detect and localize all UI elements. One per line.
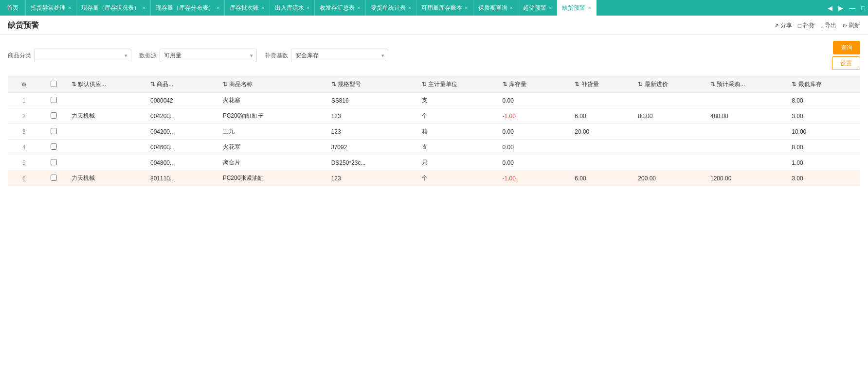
column-purchase-sort: ⇅	[710, 81, 715, 88]
refresh-button[interactable]: ↻ 刷新	[842, 21, 860, 30]
tab-t9[interactable]: 保质期查询 ×	[473, 0, 518, 16]
row-latest-price	[634, 124, 706, 140]
share-button[interactable]: ↗ 分享	[774, 21, 792, 30]
row-unit: 箱	[418, 124, 499, 140]
column-min-stock[interactable]: ⇅ 最低库存	[788, 76, 860, 93]
tab-t1[interactable]: 拣货异常处理 ×	[26, 0, 76, 16]
row-est-purchase	[706, 155, 788, 171]
column-unit-sort: ⇅	[422, 81, 427, 88]
tab-t10-close[interactable]: ×	[549, 5, 552, 11]
row-num: 2	[8, 108, 40, 124]
filter-bar: 商品分类 数据源 可用量 库存量 补货基数 安全库存 最低库存	[0, 35, 868, 76]
row-stock: 0.00	[499, 124, 571, 140]
share-label: 分享	[780, 21, 792, 30]
row-supplier	[68, 155, 146, 171]
tab-t6[interactable]: 收发存汇总表 ×	[315, 0, 365, 16]
tab-minimize-btn[interactable]: —	[846, 0, 858, 16]
tab-t9-close[interactable]: ×	[510, 5, 513, 11]
tab-home[interactable]: 首页	[0, 0, 26, 16]
column-spec-sort: ⇅	[331, 81, 336, 88]
row-supplier	[68, 93, 146, 108]
row-min-stock: 10.00	[788, 124, 860, 140]
tab-t10[interactable]: 超储预警 ×	[518, 0, 557, 16]
tab-t7-close[interactable]: ×	[408, 5, 411, 11]
column-supplier-sort: ⇅	[72, 81, 76, 88]
table-header-row: ⚙ ⇅ 默认供应... ⇅ 商品... ⇅ 商品名称	[8, 76, 860, 93]
tab-t4[interactable]: 库存批次账 ×	[225, 0, 270, 16]
table-row: 3 004200... 三九 123 箱 0.00 20.00 10.00	[8, 124, 860, 140]
column-spec[interactable]: ⇅ 规格型号	[327, 76, 418, 93]
tab-t3-close[interactable]: ×	[217, 5, 219, 11]
row-checkbox[interactable]	[51, 112, 57, 119]
tab-t11[interactable]: 缺货预警 ×	[557, 0, 596, 16]
tab-t6-close[interactable]: ×	[357, 5, 360, 11]
row-checkbox[interactable]	[51, 159, 57, 165]
row-min-stock: 3.00	[788, 108, 860, 124]
supplement-base-select[interactable]: 安全库存 最低库存	[291, 49, 388, 62]
tab-t2-close[interactable]: ×	[142, 5, 145, 11]
row-product-code: 004200...	[146, 124, 219, 140]
table-row: 6 力天机械 801110... PC200张紧油缸 123 个 -1.00 6…	[8, 171, 860, 186]
row-product-name: 火花塞	[219, 93, 327, 108]
column-min-sort: ⇅	[792, 81, 796, 88]
tab-t1-close[interactable]: ×	[68, 5, 71, 11]
row-unit: 支	[418, 140, 499, 155]
column-latest-price[interactable]: ⇅ 最新进价	[634, 76, 706, 93]
column-stock-sort: ⇅	[503, 81, 507, 88]
column-settings[interactable]: ⚙	[8, 76, 40, 93]
row-stock: -1.00	[499, 171, 571, 186]
tab-maximize-btn[interactable]: □	[858, 0, 868, 16]
tab-t8[interactable]: 可用量库存账本 ×	[416, 0, 473, 16]
row-stock: -1.00	[499, 108, 571, 124]
row-min-stock: 1.00	[788, 155, 860, 171]
row-product-code: 801110...	[146, 171, 219, 186]
column-supplement[interactable]: ⇅ 补货量	[571, 76, 634, 93]
tab-t7[interactable]: 要货单统计表 ×	[366, 0, 416, 16]
row-spec: J7092	[327, 140, 418, 155]
column-stock[interactable]: ⇅ 库存量	[499, 76, 571, 93]
query-button[interactable]: 查询	[833, 41, 860, 54]
tab-prev-btn[interactable]: ◀	[825, 0, 835, 16]
tab-t11-close[interactable]: ×	[588, 5, 591, 11]
column-product-name[interactable]: ⇅ 商品名称	[219, 76, 327, 93]
table-body: 1 0000042 火花塞 SS816 支 0.00 8.00 2 力天机械 0…	[8, 93, 860, 186]
tab-t2[interactable]: 现存量（库存状况表） ×	[76, 0, 150, 16]
supplement-icon: □	[798, 22, 801, 29]
export-button[interactable]: ↓ 导出	[820, 21, 836, 30]
settings-button[interactable]: 设置	[832, 56, 860, 70]
row-est-purchase	[706, 140, 788, 155]
column-product-code[interactable]: ⇅ 商品...	[146, 76, 219, 93]
row-checkbox-cell	[40, 93, 68, 108]
category-select[interactable]	[34, 49, 131, 62]
tab-t3[interactable]: 现存量（库存分布表） ×	[151, 0, 225, 16]
tab-next-btn[interactable]: ▶	[835, 0, 846, 16]
tab-t4-close[interactable]: ×	[261, 5, 264, 11]
supplement-button[interactable]: □ 补货	[798, 21, 814, 30]
column-unit[interactable]: ⇅ 主计量单位	[418, 76, 499, 93]
select-all-checkbox[interactable]	[51, 81, 57, 87]
tab-t5[interactable]: 出入库流水 ×	[270, 0, 315, 16]
tab-t2-label: 现存量（库存状况表）	[81, 4, 140, 12]
tab-t8-close[interactable]: ×	[465, 5, 468, 11]
row-checkbox[interactable]	[51, 128, 57, 134]
tab-t4-label: 库存批次账	[230, 4, 259, 12]
row-checkbox-cell	[40, 108, 68, 124]
row-est-purchase	[706, 124, 788, 140]
row-checkbox[interactable]	[51, 97, 57, 103]
datasource-select[interactable]: 可用量 库存量	[160, 49, 257, 62]
column-price-sort: ⇅	[638, 81, 643, 88]
tab-t5-close[interactable]: ×	[307, 5, 309, 11]
row-latest-price: 200.00	[634, 171, 706, 186]
column-est-purchase[interactable]: ⇅ 预计采购...	[706, 76, 788, 93]
row-supplier: 力天机械	[68, 108, 146, 124]
column-supplier[interactable]: ⇅ 默认供应...	[68, 76, 146, 93]
row-checkbox-cell	[40, 140, 68, 155]
supplement-base-filter-group: 补货基数 安全库存 最低库存	[265, 49, 388, 62]
row-checkbox-cell	[40, 124, 68, 140]
row-supplier	[68, 140, 146, 155]
row-spec: 123	[327, 108, 418, 124]
tab-t11-label: 缺货预警	[562, 4, 585, 12]
row-checkbox[interactable]	[51, 175, 57, 181]
row-checkbox[interactable]	[51, 143, 57, 150]
datasource-select-wrapper: 可用量 库存量	[160, 49, 257, 62]
